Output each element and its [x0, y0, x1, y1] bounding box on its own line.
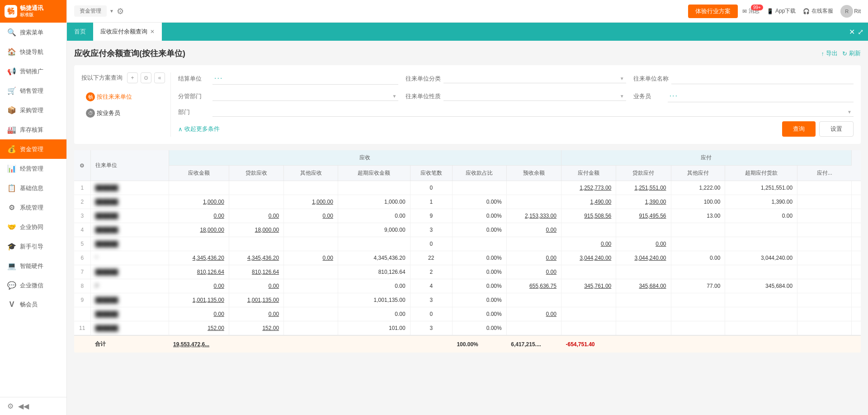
finance-icon: 💰 — [7, 145, 16, 153]
table-row: 5██████00.000.00 — [74, 237, 861, 251]
export-btn[interactable]: ↑ 导出 — [821, 49, 838, 57]
unit-category-select[interactable]: ▼ — [443, 74, 626, 83]
dept-manager-select[interactable]: ▼ — [212, 92, 398, 101]
search-icon: 🔍 — [7, 28, 16, 37]
tab-close-icon[interactable]: ✕ — [150, 29, 155, 35]
table-row: 11██████152.00152.00101.0030.00% — [74, 321, 861, 336]
table-footer: 合计 19,553,472,6... 100.00% 6,417,215....… — [74, 335, 861, 353]
th-advance-balance: 预收余额 — [506, 166, 561, 181]
export-icon: ↑ — [821, 50, 825, 57]
filter-by-unit[interactable]: 畅 按往来来单位 — [81, 90, 165, 104]
filter-by-staff[interactable]: ⏱ 按业务员 — [81, 106, 165, 120]
sidebar-item-purchase[interactable]: 📦 采购管理 — [0, 100, 66, 120]
header-right: ✉ 消息 99+ 📱 App下载 🎧 在线客服 R Rit — [742, 5, 861, 18]
th-receivable-ratio: 应收款占比 — [452, 166, 506, 181]
sidebar-item-search[interactable]: 🔍 搜索菜单 — [0, 23, 66, 42]
table-wrapper[interactable]: ⚙ 往来单位 应收 应付 应收金额 贷款应收 其他应收 超期应收金额 应收笔数 … — [74, 150, 861, 353]
refresh-icon: ↻ — [842, 50, 847, 57]
footer-advance-balance: 6,417,215.... — [506, 335, 561, 353]
footer-receivable-count — [410, 335, 452, 353]
wechat-icon: 💬 — [7, 281, 16, 290]
collapse-filter-btn[interactable]: « — [154, 72, 165, 83]
filter-card: 按以下方案查询 + ⊙ « 畅 按往来来单位 ⏱ 按业务员 结算 — [74, 65, 861, 144]
refresh-btn[interactable]: ↻ 刷新 — [842, 49, 861, 57]
footer-overdue-payable — [725, 335, 797, 353]
operation-icon: 📊 — [7, 164, 16, 173]
sales-icon: 🛒 — [7, 86, 16, 95]
sidebar-item-inventory[interactable]: 🏭 库存核算 — [0, 120, 66, 139]
header-dropdown-icon[interactable]: ▼ — [109, 9, 114, 14]
tab-home[interactable]: 首页 — [67, 23, 93, 41]
filter-action-btns: 查询 设置 — [782, 121, 854, 137]
footer-payable-amount: -654,751.40 — [561, 335, 616, 353]
add-filter-btn[interactable]: + — [127, 72, 138, 83]
sidebar-item-enterprise[interactable]: 🤝 企业协同 — [0, 217, 66, 237]
user-area[interactable]: R Rit — [840, 5, 861, 18]
th-receivable-amount: 应收金额 — [169, 166, 229, 181]
message-btn[interactable]: ✉ 消息 99+ — [742, 7, 760, 15]
hardware-icon: 💻 — [7, 262, 16, 270]
logo-icon: 畅 — [5, 5, 17, 18]
sidebar-settings-icon[interactable]: ⚙ — [7, 402, 14, 410]
tab-bar: 首页 应收应付余额查询 ✕ ✕ ⤢ — [67, 23, 868, 41]
online-service-btn[interactable]: 🎧 在线客服 — [803, 7, 833, 15]
inventory-icon: 🏭 — [7, 125, 16, 134]
table-row: ██████0.000.000.0000.00%0.00 — [74, 307, 861, 321]
unit-name-input[interactable] — [671, 73, 854, 84]
unit-nature-select[interactable]: ▼ — [443, 92, 626, 101]
edit-filter-btn[interactable]: ⊙ — [141, 72, 151, 83]
tab-expand-icon[interactable]: ⤢ — [858, 28, 863, 36]
solution-btn[interactable]: 体验行业方案 — [688, 5, 738, 18]
sidebar-item-basic[interactable]: 📋 基础信息 — [0, 178, 66, 198]
page-actions: ↑ 导出 ↻ 刷新 — [821, 49, 861, 57]
th-group-receivable: 应收 — [169, 150, 561, 166]
th-overdue-receivable: 超期应收金额 — [338, 166, 410, 181]
th-other-payable: 其他应付 — [671, 166, 725, 181]
sidebar-item-hardware[interactable]: 💻 智能硬件 — [0, 256, 66, 276]
collapse-more-btn[interactable]: ∧ 收起更多条件 — [178, 123, 220, 135]
filter-unit-name: 往来单位名称 — [633, 73, 854, 84]
department-select[interactable]: ▼ — [212, 108, 854, 117]
sidebar-item-sales[interactable]: 🛒 销售管理 — [0, 81, 66, 100]
filter-row-1: 结算单位 ··· 往来单位分类 ▼ 往来单位名称 — [178, 72, 854, 85]
sidebar-item-marketing[interactable]: 📢 营销推广 — [0, 62, 66, 81]
tab-close-window-icon[interactable]: ✕ — [849, 28, 855, 36]
sidebar-item-quick[interactable]: 🏠 快捷导航 — [0, 42, 66, 62]
th-payable-more: 应付... — [797, 166, 852, 181]
app-icon: 📱 — [767, 8, 774, 14]
page-title: 应收应付余额查询(按往来单位) — [74, 48, 185, 59]
filter-unit-icon: 畅 — [86, 92, 95, 101]
footer-receivable-amount: 19,553,472,6... — [169, 335, 229, 353]
th-scroll — [852, 150, 861, 181]
app-download-btn[interactable]: 📱 App下载 — [767, 7, 796, 15]
salesperson-input[interactable]: ··· — [668, 90, 854, 102]
header-gear-icon[interactable]: ⚙ — [117, 6, 124, 16]
settlement-input[interactable]: ··· — [212, 72, 398, 85]
home-icon: 🏠 — [7, 48, 16, 56]
tab-receivable[interactable]: 应收应付余额查询 ✕ — [93, 23, 162, 41]
th-loan-payable: 贷款应付 — [616, 166, 671, 181]
sidebar: 畅 畅捷通讯 标准版 🔍 搜索菜单 🏠 快捷导航 📢 营销推广 🛒 销售管理 📦… — [0, 0, 67, 415]
footer-loan-receivable — [229, 335, 283, 353]
sidebar-collapse-icon[interactable]: ◀◀ — [18, 402, 29, 410]
filter-unit-category: 往来单位分类 ▼ — [406, 74, 626, 83]
sidebar-item-wechat[interactable]: 💬 企业微信 — [0, 276, 66, 295]
sidebar-item-finance[interactable]: 💰 资金管理 — [0, 139, 66, 159]
setting-btn[interactable]: 设置 — [819, 121, 854, 137]
th-settings[interactable]: ⚙ — [74, 150, 90, 181]
page-header: 应收应付余额查询(按往来单位) ↑ 导出 ↻ 刷新 — [74, 48, 861, 59]
data-table: ⚙ 往来单位 应收 应付 应收金额 贷款应收 其他应收 超期应收金额 应收笔数 … — [74, 150, 861, 353]
filter-unit-nature: 往来单位性质 ▼ — [406, 92, 626, 101]
query-btn[interactable]: 查询 — [782, 121, 816, 137]
filter-row-3: 部门 ▼ — [178, 108, 854, 117]
footer-other-payable — [671, 335, 725, 353]
sidebar-item-system[interactable]: ⚙ 系统管理 — [0, 198, 66, 217]
table-row: 2██████1,000.001,000.001,000.0010.00%1,4… — [74, 195, 861, 209]
tab-bar-actions: ✕ ⤢ — [849, 28, 868, 36]
sidebar-item-guide[interactable]: 🎓 新手引导 — [0, 237, 66, 256]
basic-icon: 📋 — [7, 184, 16, 192]
sidebar-item-operation[interactable]: 📊 经营管理 — [0, 159, 66, 178]
sidebar-item-member[interactable]: V 畅会员 — [0, 295, 66, 314]
unit-category-arrow: ▼ — [620, 76, 624, 81]
footer-other-receivable — [284, 335, 338, 353]
